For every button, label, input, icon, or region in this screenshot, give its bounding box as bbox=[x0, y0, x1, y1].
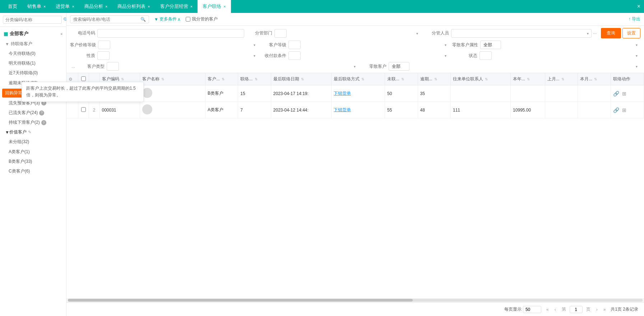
sidebar-all-customers[interactable]: ▦ 全部客户 « bbox=[0, 28, 66, 39]
sidebar-value-group[interactable]: ▼ 价值客户 ✎ bbox=[0, 127, 66, 137]
nav-purchase-close[interactable]: × bbox=[72, 4, 74, 9]
nav-customer-contact[interactable]: 客户联络 × bbox=[198, 0, 231, 13]
filter-row-3: 性质 收付款条件 状态 bbox=[70, 51, 640, 60]
col-last-date-sort[interactable]: ⇅ bbox=[301, 77, 304, 81]
last-page-btn[interactable]: » bbox=[601, 306, 608, 313]
sidebar-item-class-a[interactable]: A类客户(1) bbox=[0, 147, 66, 157]
col-last-month-sort[interactable]: ⇅ bbox=[561, 77, 564, 81]
col-this-month-sort[interactable]: ⇅ bbox=[594, 77, 597, 81]
nav-sales[interactable]: 销售单 × bbox=[22, 0, 51, 13]
col-code-sort[interactable]: ⇅ bbox=[121, 77, 124, 81]
search-icon: 🔍 bbox=[140, 17, 146, 22]
next-page-btn[interactable]: › bbox=[594, 306, 600, 313]
export-button[interactable]: ↑ 导出 bbox=[629, 16, 640, 22]
sidebar-item-tomorrow[interactable]: 明天待联络(1) bbox=[0, 58, 66, 68]
row1-grid-icon[interactable]: ⊞ bbox=[622, 91, 626, 96]
nav-sales-close[interactable]: × bbox=[43, 4, 46, 9]
grid-icon: ▦ bbox=[4, 31, 8, 37]
nav-product-analysis[interactable]: 商品分析 × bbox=[79, 0, 112, 13]
filter-customer-type-select[interactable] bbox=[107, 62, 119, 71]
filter-price-level: 客户价格等级 bbox=[70, 41, 258, 49]
filter-phone-input[interactable] bbox=[97, 29, 244, 38]
col-last-method-sort[interactable]: ⇅ bbox=[361, 77, 364, 81]
sidebar-item-churned[interactable]: 已流失客户(24) ? bbox=[0, 108, 66, 118]
prev-page-btn[interactable]: ‹ bbox=[552, 306, 558, 313]
col-uncontacted-sort[interactable]: ⇅ bbox=[401, 77, 404, 81]
nav-customer-segment[interactable]: 客户分层经营 × bbox=[155, 0, 198, 13]
manager-more-btn[interactable]: ··· bbox=[592, 31, 598, 36]
filter-retail-customer-select[interactable]: 全部 bbox=[389, 62, 409, 71]
row1-action: 🔗 ⊞ bbox=[611, 85, 644, 102]
row2-contact: 7 bbox=[238, 102, 271, 118]
row1-overdue: 35 bbox=[418, 85, 450, 102]
sidebar-search-input[interactable] bbox=[3, 16, 62, 24]
close-all-button[interactable]: × bbox=[637, 3, 640, 10]
filter-nature: 性质 bbox=[70, 51, 258, 60]
row2-action: 🔗 ⊞ bbox=[611, 102, 644, 118]
table-header-row: ⚙ 客户编码 ⇅ 客户名称 ⇅ bbox=[66, 73, 644, 85]
col-level-sort[interactable]: ⇅ bbox=[222, 77, 224, 81]
filter-dept-select[interactable] bbox=[274, 29, 287, 38]
row2-settings bbox=[66, 102, 78, 118]
row2-select-checkbox[interactable] bbox=[81, 107, 86, 112]
row2-last-method[interactable]: 下销货单 bbox=[332, 102, 385, 118]
search-input[interactable] bbox=[73, 17, 139, 22]
sidebar-item-7days[interactable]: 近7天待联络(0) bbox=[0, 68, 66, 78]
filter-price-select[interactable] bbox=[98, 41, 110, 49]
nav-customer-contact-close[interactable]: × bbox=[223, 4, 226, 9]
row1-link-icon[interactable]: 🔗 bbox=[613, 91, 619, 96]
table-settings-icon[interactable]: ⚙ bbox=[69, 77, 73, 82]
horizontal-scrollbar[interactable] bbox=[66, 298, 644, 302]
row1-level: B类客户 bbox=[205, 85, 238, 102]
row1-last-method[interactable]: 下销货单 bbox=[332, 85, 385, 102]
row2-link-icon[interactable]: 🔗 bbox=[613, 107, 619, 113]
filter-manager-select[interactable] bbox=[451, 29, 592, 38]
sidebar-item-declining[interactable]: 持续下滑客户(2) ? bbox=[0, 118, 66, 127]
col-this-year: 本年... ⇅ bbox=[511, 73, 545, 85]
filter-status: 状态 bbox=[452, 51, 640, 60]
row2-grid-icon[interactable]: ⊞ bbox=[622, 107, 626, 113]
filter-customer-type: 客户类型 bbox=[79, 62, 358, 71]
sidebar-item-today[interactable]: 今天待联络(0) bbox=[0, 49, 66, 58]
main-layout: 🔍 ▦ 全部客户 « ▼ 待联络客户 今天待联络(0) 明天待联络(1) 近7天… bbox=[0, 13, 644, 316]
filter-nature-select[interactable] bbox=[97, 51, 110, 60]
settings-button[interactable]: 设置 bbox=[622, 28, 640, 38]
more-filters-button[interactable]: ▼ 更多条件 ∧ bbox=[151, 15, 184, 23]
nav-product-list-close[interactable]: × bbox=[148, 4, 150, 9]
filter-payment-select[interactable] bbox=[288, 51, 301, 60]
col-name-sort[interactable]: ⇅ bbox=[161, 77, 164, 81]
nav-product-analysis-close[interactable]: × bbox=[105, 4, 107, 9]
my-customer-checkbox[interactable] bbox=[186, 17, 190, 22]
nav-home[interactable]: 首页 bbox=[3, 0, 22, 13]
filter-customer-level-select[interactable] bbox=[288, 41, 301, 49]
sidebar-collapse-btn[interactable]: « bbox=[60, 32, 62, 36]
first-page-btn[interactable]: « bbox=[544, 306, 551, 313]
filter-dept: 分管部门 bbox=[247, 29, 421, 38]
sidebar-item-class-b[interactable]: B类客户(33) bbox=[0, 157, 66, 166]
sidebar-item-ungrouped[interactable]: 未分组(32) bbox=[0, 137, 66, 147]
select-all-checkbox[interactable] bbox=[81, 76, 86, 81]
filter-section: 电话号码 分管部门 分管人员 bbox=[66, 26, 644, 73]
more-filter-btn[interactable]: ... bbox=[70, 64, 77, 69]
nav-customer-segment-close[interactable]: × bbox=[190, 4, 193, 9]
row2-action-icons: 🔗 ⊞ bbox=[613, 107, 641, 113]
nav-product-list[interactable]: 商品分析列表 × bbox=[112, 0, 155, 13]
sidebar-item-class-c[interactable]: C类客户(6) bbox=[0, 166, 66, 176]
col-contact-sort[interactable]: ⇅ bbox=[255, 77, 258, 81]
per-page-select[interactable]: 50 10 20 100 bbox=[523, 306, 541, 313]
page-number-input[interactable] bbox=[570, 306, 583, 313]
filter-status-select[interactable] bbox=[479, 51, 492, 60]
tooltip-box: 距客户上次交易时长，超过了此客户的平均交易周期的1.5倍，则视为异常。 bbox=[22, 82, 66, 102]
query-button[interactable]: 查询 bbox=[601, 28, 621, 38]
col-unit-contact-sort[interactable]: ⇅ bbox=[485, 77, 488, 81]
sidebar-pending-group[interactable]: ▼ 待联络客户 bbox=[0, 39, 66, 49]
total-record-text: 共1页 2条记录 bbox=[611, 306, 638, 312]
filter-retail-attr-select[interactable]: 全部 bbox=[480, 41, 501, 49]
row1-last-month bbox=[545, 85, 578, 102]
value-edit-icon[interactable]: ✎ bbox=[28, 130, 31, 135]
filter-retail-customer: 零散客户 全部 bbox=[361, 62, 640, 71]
nav-purchase[interactable]: 进货单 × bbox=[51, 0, 79, 13]
customer-table: ⚙ 客户编码 ⇅ 客户名称 ⇅ bbox=[66, 73, 644, 118]
col-this-year-sort[interactable]: ⇅ bbox=[527, 77, 530, 81]
col-overdue-sort[interactable]: ⇅ bbox=[434, 77, 437, 81]
